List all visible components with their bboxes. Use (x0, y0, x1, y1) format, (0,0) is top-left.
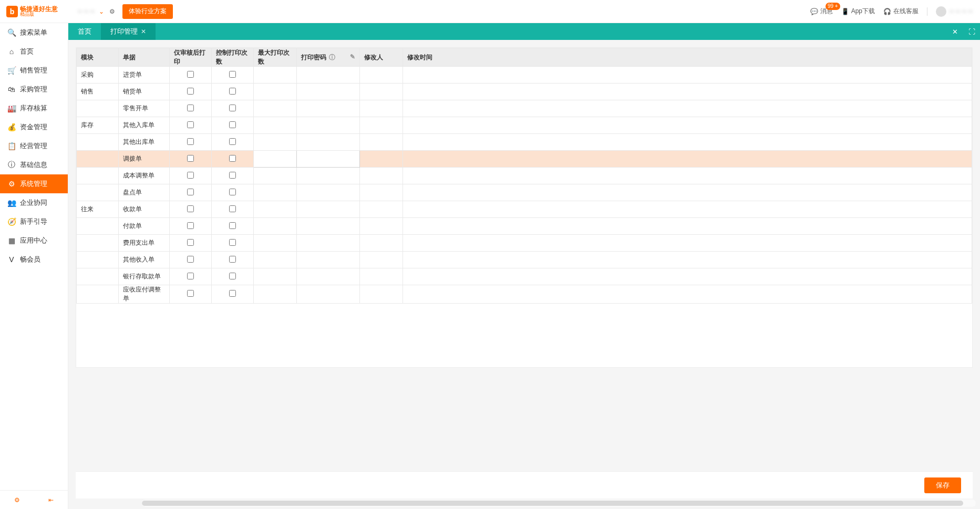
cell-modifier (360, 184, 403, 201)
cell-only-audit (170, 285, 212, 304)
only-audit-checkbox[interactable] (187, 239, 194, 246)
sidebar-item-apps[interactable]: ▦应用中心 (0, 231, 68, 250)
limit-count-checkbox[interactable] (229, 155, 236, 162)
sidebar-item-guide[interactable]: 🧭新手引导 (0, 212, 68, 231)
limit-count-checkbox[interactable] (229, 189, 236, 195)
only-audit-checkbox[interactable] (187, 172, 194, 179)
tab-print-manage[interactable]: 打印管理 ✕ (101, 23, 156, 40)
collapse-icon[interactable]: ⇤ (48, 496, 54, 504)
only-audit-checkbox[interactable] (187, 189, 194, 195)
sidebar-item-purchase[interactable]: 🛍采购管理 (0, 80, 68, 99)
logo: b 畅捷通好生意 精品版 (6, 6, 68, 17)
limit-count-checkbox[interactable] (229, 205, 236, 212)
col-print-pwd: 打印密码 ⓘ ✎ (297, 48, 360, 67)
sidebar-item-inventory[interactable]: 🏭库存核算 (0, 99, 68, 118)
cell-modifier (360, 134, 403, 151)
only-audit-checkbox[interactable] (187, 138, 194, 145)
limit-count-checkbox[interactable] (229, 290, 236, 297)
top-header: b 畅捷通好生意 精品版 ～～～ ⌄ ⚙ 体验行业方案 💬 消息 99 + 📱 … (0, 0, 980, 23)
limit-count-checkbox[interactable] (229, 239, 236, 246)
cell-print-pwd (297, 201, 360, 218)
only-audit-checkbox[interactable] (187, 205, 194, 212)
user-menu[interactable]: ～～～～ (936, 6, 974, 17)
save-button[interactable]: 保存 (924, 477, 961, 493)
cell-only-audit (170, 218, 212, 235)
tenant-selector[interactable]: ～～～ ⌄ (77, 7, 104, 16)
fullscreen-icon[interactable]: ⛶ (963, 23, 980, 40)
cell-print-pwd[interactable] (297, 151, 360, 168)
limit-count-checkbox[interactable] (229, 273, 236, 279)
tab-home[interactable]: 首页 (68, 23, 101, 40)
only-audit-checkbox[interactable] (187, 71, 194, 78)
cell-module: 销售 (77, 84, 119, 100)
sidebar-item-system[interactable]: ⚙系统管理 (0, 174, 68, 193)
limit-count-checkbox[interactable] (229, 222, 236, 229)
cell-modifier (360, 268, 403, 285)
sidebar-item-collab[interactable]: 👥企业协同 (0, 193, 68, 212)
only-audit-checkbox[interactable] (187, 155, 194, 162)
experience-button[interactable]: 体验行业方案 (122, 4, 173, 19)
table-row[interactable]: 盘点单 (77, 184, 972, 201)
limit-count-checkbox[interactable] (229, 105, 236, 111)
close-icon[interactable]: ✕ (141, 28, 146, 35)
cell-print-pwd (297, 184, 360, 201)
sidebar-item-basedata[interactable]: ⓘ基础信息 (0, 155, 68, 174)
logo-text-sub: 精品版 (20, 12, 58, 17)
table-row[interactable]: 费用支出单 (77, 235, 972, 252)
only-audit-checkbox[interactable] (187, 121, 194, 128)
settings-gear-icon[interactable]: ⚙ (14, 496, 20, 504)
col-doc: 单据 (119, 48, 170, 67)
limit-count-checkbox[interactable] (229, 88, 236, 95)
table-row[interactable]: 付款单 (77, 218, 972, 235)
sidebar-item-operation[interactable]: 📋经营管理 (0, 137, 68, 155)
messages-link[interactable]: 💬 消息 99 + (810, 7, 833, 16)
help-icon[interactable]: ⓘ (329, 54, 335, 61)
sidebar-item-home[interactable]: ⌂首页 (0, 42, 68, 61)
cell-only-audit (170, 84, 212, 100)
table-row[interactable]: 银行存取款单 (77, 268, 972, 285)
table-row[interactable]: 采购进货单 (77, 67, 972, 84)
only-audit-checkbox[interactable] (187, 273, 194, 279)
cell-modify-time (403, 184, 972, 201)
cell-modifier (360, 201, 403, 218)
table-row[interactable]: 往来收款单 (77, 201, 972, 218)
table-row[interactable]: 零售开单 (77, 100, 972, 117)
online-service-link[interactable]: 🎧 在线客服 (883, 7, 919, 16)
cell-only-audit (170, 117, 212, 134)
limit-count-checkbox[interactable] (229, 172, 236, 179)
cell-max-count[interactable] (254, 151, 297, 168)
cell-limit-count (212, 235, 254, 252)
only-audit-checkbox[interactable] (187, 290, 194, 297)
sidebar-item-sales[interactable]: 🛒销售管理 (0, 61, 68, 80)
table-row[interactable]: 调拨单 (77, 151, 972, 168)
settings-icon[interactable]: ⚙ (109, 8, 115, 15)
table-row[interactable]: 其他出库单 (77, 134, 972, 151)
phone-icon: 📱 (841, 8, 849, 15)
limit-count-checkbox[interactable] (229, 138, 236, 145)
only-audit-checkbox[interactable] (187, 222, 194, 229)
sidebar-item-search[interactable]: 🔍搜索菜单 (0, 23, 68, 42)
table-row[interactable]: 成本调整单 (77, 168, 972, 184)
limit-count-checkbox[interactable] (229, 121, 236, 128)
limit-count-checkbox[interactable] (229, 71, 236, 78)
cell-modifier (360, 84, 403, 100)
only-audit-checkbox[interactable] (187, 105, 194, 111)
sidebar-item-label: 经营管理 (20, 141, 47, 151)
only-audit-checkbox[interactable] (187, 88, 194, 95)
print-manage-card: 模块 单据 仅审核后打印 控制打印次数 最大打印次数 打印密码 ⓘ ✎ 修改人 (76, 47, 973, 368)
table-row[interactable]: 其他收入单 (77, 252, 972, 268)
edit-icon[interactable]: ✎ (350, 53, 355, 60)
sidebar-menu: 🔍搜索菜单 ⌂首页 🛒销售管理 🛍采购管理 🏭库存核算 💰资金管理 📋经营管理 … (0, 23, 68, 490)
app-download-link[interactable]: 📱 App下载 (841, 7, 875, 16)
sidebar-item-finance[interactable]: 💰资金管理 (0, 118, 68, 137)
sidebar-item-member[interactable]: V畅会员 (0, 250, 68, 269)
table-row[interactable]: 应收应付调整单 (77, 285, 972, 304)
table-row[interactable]: 库存其他入库单 (77, 117, 972, 134)
scrollbar-thumb[interactable] (142, 501, 963, 506)
limit-count-checkbox[interactable] (229, 256, 236, 263)
tab-close-all-icon[interactable]: ✕ (946, 23, 963, 40)
cell-doc: 调拨单 (119, 151, 170, 168)
table-row[interactable]: 销售销货单 (77, 84, 972, 100)
horizontal-scrollbar[interactable] (142, 500, 976, 507)
only-audit-checkbox[interactable] (187, 256, 194, 263)
